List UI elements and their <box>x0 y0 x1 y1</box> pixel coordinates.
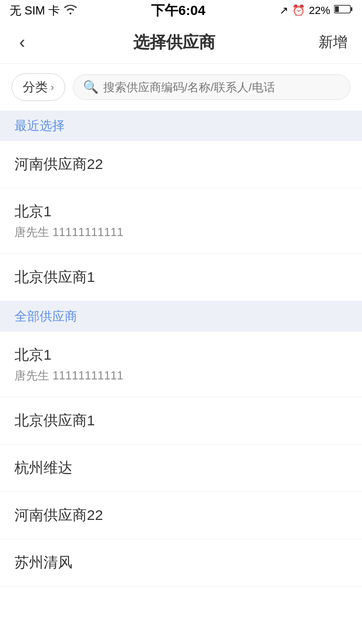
battery-label: 22% <box>309 4 330 17</box>
list-item[interactable]: 北京1 唐先生 11111111111 <box>0 188 362 254</box>
filter-row: 分类 › 🔍 <box>0 64 362 111</box>
list-item[interactable]: 北京供应商1 <box>0 397 362 445</box>
list-item[interactable]: 杭州维达 <box>0 445 362 492</box>
back-button[interactable]: ‹ <box>14 28 30 57</box>
no-sim-label: 无 SIM 卡 <box>10 3 60 18</box>
item-name: 北京1 <box>14 202 348 222</box>
status-left: 无 SIM 卡 <box>10 3 77 18</box>
list-item[interactable]: 河南供应商22 <box>0 492 362 539</box>
svg-rect-1 <box>351 7 352 11</box>
nav-bar: ‹ 选择供应商 新增 <box>0 21 362 64</box>
status-right: ↗ ⏰ 22% <box>279 4 352 17</box>
search-icon: 🔍 <box>83 80 98 95</box>
item-sub: 唐先生 11111111111 <box>14 224 348 240</box>
status-bar: 无 SIM 卡 下午6:04 ↗ ⏰ 22% <box>0 0 362 21</box>
search-box[interactable]: 🔍 <box>73 74 350 100</box>
all-list: 北京1 唐先生 11111111111 北京供应商1 杭州维达 河南供应商22 … <box>0 332 362 587</box>
alarm-icon: ⏰ <box>292 4 305 17</box>
category-button[interactable]: 分类 › <box>12 73 65 101</box>
nav-title: 选择供应商 <box>133 31 215 54</box>
item-name: 河南供应商22 <box>14 154 348 174</box>
category-label: 分类 <box>23 79 48 96</box>
all-section-header: 全部供应商 <box>0 301 362 332</box>
list-item[interactable]: 河南供应商22 <box>0 141 362 188</box>
item-name: 北京供应商1 <box>14 411 348 431</box>
item-name: 杭州维达 <box>14 458 348 478</box>
battery-icon <box>334 4 352 17</box>
wifi-icon <box>64 4 77 17</box>
item-name: 北京1 <box>14 345 348 365</box>
location-icon: ↗ <box>279 4 288 17</box>
list-item[interactable]: 北京供应商1 <box>0 254 362 301</box>
item-name: 北京供应商1 <box>14 267 348 287</box>
svg-rect-2 <box>335 6 339 12</box>
chevron-right-icon: › <box>51 82 54 93</box>
search-input[interactable] <box>103 81 340 94</box>
item-sub: 唐先生 11111111111 <box>14 368 348 383</box>
add-button[interactable]: 新增 <box>319 32 348 52</box>
list-item[interactable]: 苏州清风 <box>0 539 362 587</box>
status-time: 下午6:04 <box>151 1 205 20</box>
list-item[interactable]: 北京1 唐先生 11111111111 <box>0 332 362 397</box>
recent-list: 河南供应商22 北京1 唐先生 11111111111 北京供应商1 <box>0 141 362 301</box>
recent-section-header: 最近选择 <box>0 111 362 141</box>
item-name: 苏州清风 <box>14 553 348 573</box>
item-name: 河南供应商22 <box>14 505 348 525</box>
